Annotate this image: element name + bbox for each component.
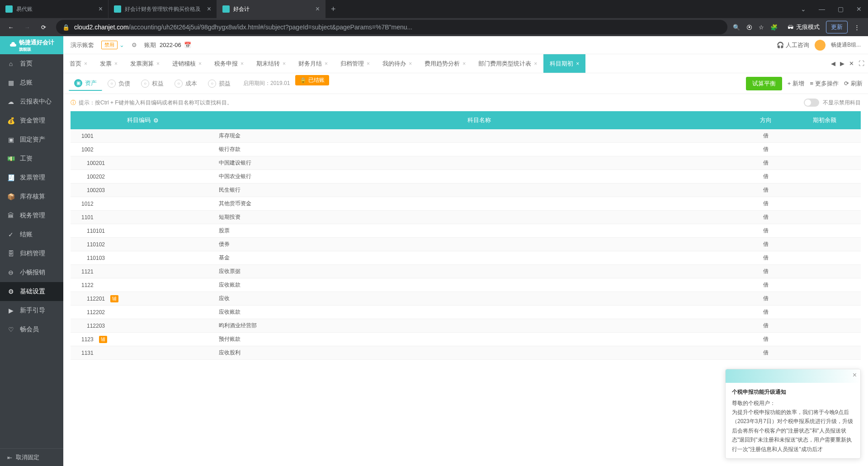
table-row[interactable]: 112202应收账款借 — [71, 306, 861, 319]
table-row[interactable]: 1123辅预付账款借 — [71, 333, 861, 346]
add-button[interactable]: +新增 — [788, 80, 805, 88]
sidebar-item[interactable]: 💰资金管理 — [0, 111, 63, 130]
table-row[interactable]: 1002银行存款借 — [71, 143, 861, 156]
extensions-icon[interactable]: 🧩 — [770, 24, 778, 31]
table-row[interactable]: 100201中国建设银行借 — [71, 156, 861, 170]
page-tab[interactable]: 发票× — [94, 54, 124, 73]
page-tab[interactable]: 进销稽核× — [166, 54, 208, 73]
table-row[interactable]: 1101短期投资借 — [71, 211, 861, 224]
sidebar-item[interactable]: 🗄归档管理 — [0, 244, 63, 263]
address-bar[interactable]: 🔒 cloud2.chanjet.com/accounting/uh26t264… — [56, 20, 727, 34]
page-tab[interactable]: 期末结转× — [250, 54, 292, 73]
chevron-down-icon[interactable]: ⌄ — [794, 5, 812, 13]
close-icon[interactable]: × — [853, 371, 857, 379]
table-row[interactable]: 112203昀利酒业经营部借 — [71, 319, 861, 333]
table-row[interactable]: 1131应收股利借 — [71, 346, 861, 360]
close-icon[interactable]: × — [156, 61, 160, 67]
tabs-close-all-icon[interactable]: ✕ — [849, 60, 854, 67]
sidebar-item[interactable]: 🧾发票管理 — [0, 168, 63, 187]
chevron-down-icon[interactable]: ⌄ — [119, 42, 124, 48]
page-tab[interactable]: 税务申报× — [208, 54, 250, 73]
sidebar-item[interactable]: 💵工资 — [0, 149, 63, 168]
page-tab[interactable]: 我的待办× — [376, 54, 418, 73]
browser-tab[interactable]: 易代账 × — [0, 0, 108, 18]
menu-icon[interactable]: ⋮ — [849, 24, 864, 31]
table-row[interactable]: 110103基金借 — [71, 251, 861, 265]
back-button[interactable]: ← — [4, 20, 18, 34]
sidebar-item[interactable]: ✓结账 — [0, 225, 63, 244]
maximize-icon[interactable]: ▢ — [831, 5, 850, 13]
table-row[interactable]: 1012其他货币资金借 — [71, 197, 861, 211]
page-tab[interactable]: 发票测算× — [124, 54, 166, 73]
avatar[interactable] — [815, 40, 826, 51]
calendar-icon[interactable]: 📅 — [184, 42, 191, 48]
browser-tab-active[interactable]: 好会计 × — [217, 0, 326, 18]
subtab[interactable]: ○成本 — [169, 77, 203, 90]
table-row[interactable]: 100202中国农业银行借 — [71, 170, 861, 184]
sidebar-item[interactable]: ♡畅会员 — [0, 320, 63, 339]
subtab[interactable]: ○负债 — [102, 77, 136, 90]
table-row[interactable]: 110102债券借 — [71, 238, 861, 251]
close-icon[interactable]: × — [99, 5, 103, 13]
page-tab[interactable]: 部门费用类型统计表× — [472, 54, 543, 73]
close-icon[interactable]: × — [198, 61, 202, 67]
account-set[interactable]: 演示账套 — [71, 41, 94, 49]
page-tab[interactable]: 科目期初× — [543, 54, 585, 73]
table-row[interactable]: 1001库存现金借 — [71, 129, 861, 143]
sidebar-item[interactable]: ⚙基础设置 — [0, 282, 63, 301]
consult-button[interactable]: 🎧 人工咨询 — [777, 41, 809, 49]
close-icon[interactable]: × — [325, 61, 328, 67]
logo[interactable]: 畅捷通好会计 旗舰版 — [0, 36, 63, 54]
close-icon[interactable]: × — [283, 61, 286, 67]
table-row[interactable]: 1122应收账款借 — [71, 278, 861, 292]
subtab[interactable]: ▣资产 — [69, 76, 102, 91]
zoom-icon[interactable]: 🔍 — [733, 24, 740, 31]
close-icon[interactable]: × — [534, 61, 537, 67]
sidebar-item[interactable]: ▣固定资产 — [0, 130, 63, 149]
subtab[interactable]: ○权益 — [136, 77, 169, 90]
sidebar-item[interactable]: ⌂首页 — [0, 54, 63, 73]
more-actions-button[interactable]: ≡更多操作 — [810, 80, 839, 88]
minimize-icon[interactable]: — — [812, 5, 831, 13]
close-icon[interactable]: × — [576, 61, 579, 67]
close-icon[interactable]: × — [462, 61, 466, 67]
tabs-next-icon[interactable]: ▶ — [840, 60, 844, 67]
close-icon[interactable]: × — [241, 61, 244, 67]
user-name[interactable]: 畅捷通B组... — [831, 41, 861, 49]
sidebar-item[interactable]: 📦库存核算 — [0, 187, 63, 206]
sidebar-item[interactable]: ▦总账 — [0, 73, 63, 92]
sidebar-item[interactable]: ▶新手引导 — [0, 301, 63, 320]
sidebar-item[interactable]: 🏛税务管理 — [0, 206, 63, 225]
sidebar-pin-toggle[interactable]: ⇤ 取消固定 — [0, 448, 63, 466]
tabs-prev-icon[interactable]: ◀ — [831, 60, 835, 67]
refresh-button[interactable]: ⟳刷新 — [844, 80, 863, 88]
sidebar-item[interactable]: ⊖小畅报销 — [0, 263, 63, 282]
sidebar-item[interactable]: ☁云报表中心 — [0, 92, 63, 111]
table-row[interactable]: 1121应收票据借 — [71, 265, 861, 278]
tabs-expand-icon[interactable]: ⛶ — [859, 60, 864, 67]
gear-icon[interactable]: ⚙ — [153, 117, 159, 124]
page-tab[interactable]: 首页× — [63, 54, 94, 73]
gear-icon[interactable]: ⚙ — [132, 42, 137, 48]
star-icon[interactable]: ☆ — [759, 24, 764, 31]
trial-balance-button[interactable]: 试算平衡 — [746, 77, 782, 90]
close-icon[interactable]: × — [84, 61, 87, 67]
close-window-icon[interactable]: ✕ — [850, 5, 868, 13]
reload-button[interactable]: ⟳ — [36, 20, 51, 34]
close-icon[interactable]: × — [409, 61, 412, 67]
page-tab[interactable]: 财务月结× — [292, 54, 334, 73]
close-icon[interactable]: × — [207, 5, 211, 13]
close-icon[interactable]: × — [316, 5, 320, 13]
new-tab-button[interactable]: + — [326, 0, 341, 18]
translate-icon[interactable]: ⦿ — [746, 24, 752, 31]
table-row[interactable]: 112201辅应收借 — [71, 292, 861, 306]
forward-button[interactable]: → — [20, 20, 34, 34]
table-row[interactable]: 100203民生银行借 — [71, 184, 861, 197]
update-button[interactable]: 更新 — [826, 21, 848, 33]
close-icon[interactable]: × — [114, 61, 118, 67]
period-value[interactable]: 2022-06 — [160, 42, 181, 48]
subtab[interactable]: ○损益 — [203, 77, 236, 90]
page-tab[interactable]: 归档管理× — [334, 54, 376, 73]
browser-tab[interactable]: 好会计财务管理软件购买价格及 × — [108, 0, 217, 18]
close-icon[interactable]: × — [367, 61, 370, 67]
